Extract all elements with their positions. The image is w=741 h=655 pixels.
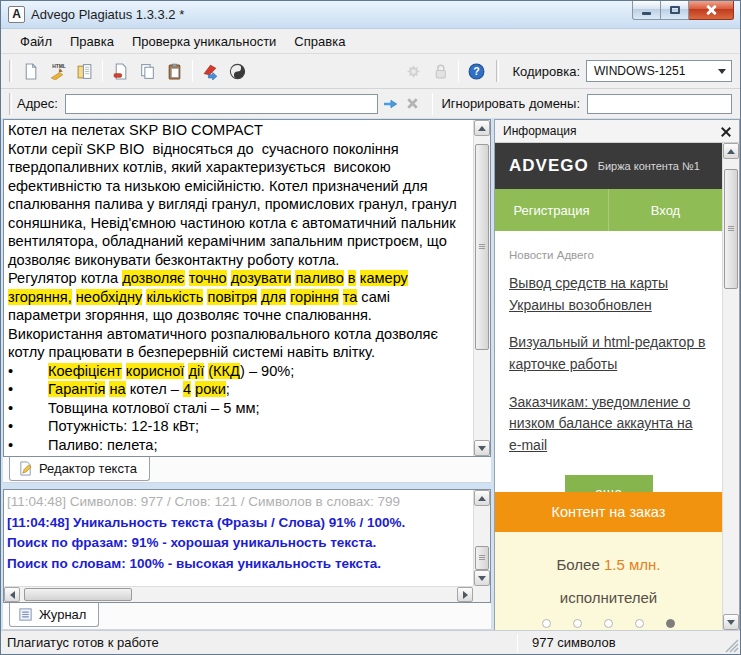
help-button[interactable]: ? (463, 58, 490, 84)
deep-check-button[interactable] (224, 58, 251, 84)
content-order-banner[interactable]: Контент на заказ (495, 492, 722, 532)
news-section: Новости Адвего Вывод средств на карты Ук… (495, 231, 722, 492)
carousel-dot[interactable] (666, 619, 675, 628)
copy-button[interactable] (134, 58, 161, 84)
toolbar-separator (192, 60, 193, 82)
carousel-dot[interactable] (635, 619, 644, 628)
status-message: Плагиатус готов к работе (1, 635, 517, 650)
resize-grip-icon[interactable] (724, 638, 740, 654)
go-button[interactable] (378, 93, 401, 115)
news-link[interactable]: Визуальный и html-редактор в карточке ра… (509, 332, 708, 375)
cut-icon (112, 63, 129, 80)
arrow-down-icon (478, 576, 486, 581)
paste-button[interactable] (161, 58, 188, 84)
performers-counter: Более 1.5 млн. исполнителей (495, 532, 722, 630)
app-window: A Advego Plagiatus 1.3.3.2 * Файл Правка… (0, 0, 741, 655)
tab-text-editor[interactable]: Редактор текста (9, 457, 150, 481)
log-pane: [11:04:48] Символов: 977 / Слов: 121 / С… (3, 489, 491, 603)
scroll-up-button[interactable] (723, 143, 739, 159)
scroll-up-button[interactable] (474, 120, 490, 136)
close-icon (705, 4, 717, 16)
tab-label: Редактор текста (39, 461, 137, 476)
clear-address-button[interactable] (401, 93, 424, 115)
menu-check-uniqueness[interactable]: Проверка уникальности (123, 31, 285, 52)
settings-gear-icon (405, 63, 422, 80)
check-uniqueness-button[interactable] (197, 58, 224, 84)
new-document-icon (22, 63, 39, 80)
toolbar: HTML ? Кодиров (1, 54, 740, 89)
login-button[interactable]: Вход (609, 189, 722, 231)
lock-button[interactable] (427, 58, 454, 84)
counter-line: Более 1.5 млн. (495, 532, 722, 573)
info-panel-header: Информация (495, 120, 739, 143)
log-text[interactable]: [11:04:48] Символов: 977 / Слов: 121 / С… (4, 490, 473, 586)
window-controls (632, 1, 734, 20)
cut-button[interactable] (107, 58, 134, 84)
toolbar-separator (102, 60, 103, 82)
chevron-down-icon (718, 69, 726, 74)
minimize-icon (642, 12, 651, 15)
news-label: Новости Адвего (509, 249, 708, 261)
close-button[interactable] (689, 1, 734, 20)
log-line-uniqueness: [11:04:48] Уникальность текста (Фразы / … (7, 513, 473, 534)
scroll-left-button[interactable] (4, 587, 20, 602)
address-input[interactable] (65, 94, 378, 114)
editor-tab-strip: Редактор текста (3, 457, 491, 483)
scroll-right-button[interactable] (457, 587, 473, 602)
arrow-up-icon (727, 149, 735, 154)
panel-vertical-scrollbar[interactable] (722, 143, 739, 630)
encoding-select[interactable]: WINDOWS-1251 (586, 60, 732, 82)
scroll-down-button[interactable] (723, 614, 739, 630)
address-label: Адрес: (17, 96, 58, 111)
toolbar-grip (496, 60, 499, 82)
log-line-phrases: Поиск по фразам: 91% - хорошая уникально… (7, 533, 473, 554)
news-link[interactable]: Вывод средств на карты Украины возобновл… (509, 273, 708, 316)
paste-icon (166, 63, 183, 80)
arrow-up-icon (478, 496, 486, 501)
arrow-down-icon (727, 620, 735, 625)
window-title: Advego Plagiatus 1.3.3.2 * (31, 7, 184, 22)
clear-html-button[interactable]: HTML (44, 58, 71, 84)
scrollbar-thumb[interactable] (24, 588, 132, 601)
menu-edit[interactable]: Правка (61, 31, 123, 52)
minimize-button[interactable] (632, 1, 661, 20)
editor-vertical-scrollbar[interactable] (473, 120, 490, 456)
menu-file[interactable]: Файл (11, 31, 61, 52)
journal-tab-strip: Журнал (3, 603, 491, 630)
scroll-down-button[interactable] (474, 570, 490, 586)
carousel-dots (495, 619, 722, 628)
scrollbar-thumb[interactable] (475, 144, 489, 350)
ignore-domains-input[interactable] (587, 94, 732, 114)
carousel-dot[interactable] (542, 619, 551, 628)
status-bar: Плагиатус готов к работе 977 символов (1, 630, 740, 654)
carousel-dot[interactable] (573, 619, 582, 628)
info-panel: Информация ADVEGO Биржа контента №1 Реги… (494, 119, 740, 631)
toolbar-separator (458, 60, 459, 82)
editor-text[interactable]: Котел на пелетах SKP BIO COMPACTКотли се… (4, 120, 473, 456)
carousel-dot[interactable] (604, 619, 613, 628)
scrollbar-thumb[interactable] (724, 169, 738, 289)
maximize-button[interactable] (661, 1, 689, 20)
news-link[interactable]: Заказчикам: уведомление о низком балансе… (509, 392, 708, 457)
panel-close-icon[interactable] (720, 126, 731, 137)
journal-list-icon (18, 607, 33, 622)
main-content: Котел на пелетах SKP BIO COMPACTКотли се… (1, 118, 740, 632)
open-text-button[interactable] (71, 58, 98, 84)
log-vertical-scrollbar[interactable] (473, 490, 490, 586)
more-news-button[interactable]: еще (565, 475, 653, 492)
text-editor-icon (18, 461, 33, 476)
scroll-up-button[interactable] (474, 490, 490, 506)
settings-button[interactable] (400, 58, 427, 84)
new-document-button[interactable] (17, 58, 44, 84)
ignore-domains-label: Игнорировать домены: (441, 96, 580, 111)
menu-help[interactable]: Справка (285, 31, 354, 52)
register-button[interactable]: Регистрация (495, 189, 609, 231)
toolbar-grip (9, 93, 12, 115)
log-horizontal-scrollbar[interactable] (4, 586, 473, 602)
tab-journal[interactable]: Журнал (9, 603, 99, 627)
char-count: 977 символов (518, 635, 724, 650)
log-line-stats: [11:04:48] Символов: 977 / Слов: 121 / С… (7, 492, 473, 513)
scroll-down-button[interactable] (474, 440, 490, 456)
svg-text:?: ? (474, 65, 480, 77)
scrollbar-thumb[interactable] (475, 546, 489, 570)
